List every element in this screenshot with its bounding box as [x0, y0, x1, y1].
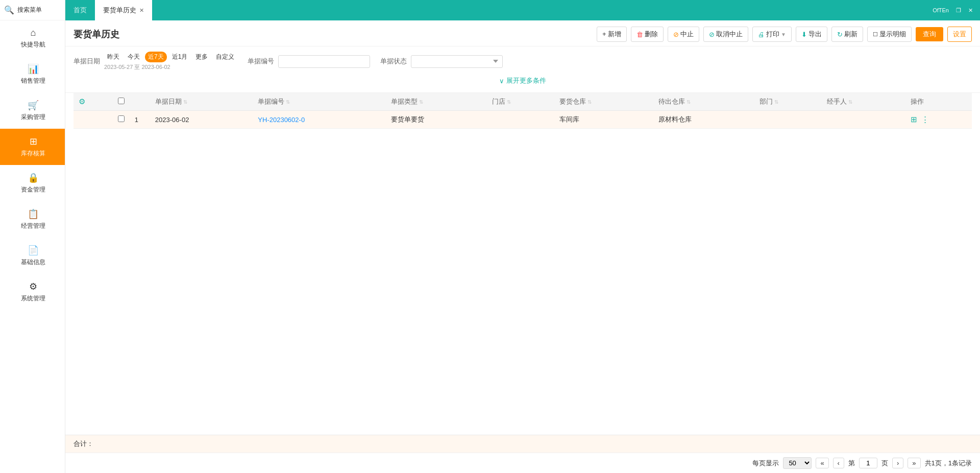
row-pendingwarehouse: 原材料仓库	[653, 111, 754, 129]
table-row: 1 2023-06-02 YH-20230602-0 要货单要货 车间库 原材料…	[74, 111, 972, 129]
col-action-header: 操作	[905, 93, 972, 111]
data-table: ⚙ 单据日期⇅ 单据编号⇅ 单据类型⇅	[74, 93, 972, 129]
sidebar-item-label: 销售管理	[21, 77, 45, 85]
view-action-icon[interactable]: ⊞	[911, 115, 917, 124]
sidebar-item-finance[interactable]: 🔒 资金管理	[0, 165, 65, 201]
status-label: 单据状态	[380, 57, 407, 66]
row-reqwarehouse: 车间库	[554, 111, 653, 129]
date-btn-more[interactable]: 更多	[192, 52, 211, 62]
inventory-icon: ⊞	[30, 136, 37, 147]
sidebar-search-label: 搜索菜单	[17, 6, 42, 14]
sidebar: 🔍 搜索菜单 ⌂ 快捷导航 📊 销售管理 🛒 采购管理 ⊞ 库存核算 🔒 资金管…	[0, 0, 65, 473]
table-area: ⚙ 单据日期⇅ 单据编号⇅ 单据类型⇅	[65, 93, 980, 435]
row-doctype: 要货单要货	[386, 111, 487, 129]
row-docno[interactable]: YH-20230602-0	[253, 111, 385, 129]
add-button[interactable]: + 新增	[597, 27, 627, 42]
col-department-header[interactable]: 部门⇅	[754, 93, 822, 111]
export-button[interactable]: ⬇ 导出	[796, 27, 827, 42]
tab-order-history[interactable]: 要货单历史 ✕	[95, 0, 152, 20]
sidebar-item-quick-nav[interactable]: ⌂ 快捷导航	[0, 20, 65, 56]
close-window-button[interactable]: ✕	[966, 6, 975, 15]
page-prefix: 第	[848, 459, 855, 468]
sidebar-item-system[interactable]: ⚙ 系统管理	[0, 274, 65, 310]
filter-second-row: ∨ 展开更多条件	[74, 74, 972, 87]
page-title: 要货单历史	[74, 28, 119, 40]
sort-department-icon: ⇅	[774, 99, 778, 105]
tab-close-icon[interactable]: ✕	[139, 7, 144, 14]
query-button[interactable]: 查询	[916, 27, 943, 41]
purchase-icon: 🛒	[28, 100, 39, 111]
tab-home-label: 首页	[74, 6, 87, 15]
status-select[interactable]	[411, 55, 503, 68]
content: 要货单历史 + 新增 🗑 删除 ⊘ 中止 ⊘ 取消中止 🖨	[65, 20, 980, 473]
tab-home[interactable]: 首页	[65, 0, 95, 20]
date-btn-yesterday[interactable]: 昨天	[104, 52, 122, 62]
date-btn-today[interactable]: 今天	[125, 52, 143, 62]
settings-button[interactable]: 设置	[947, 27, 972, 42]
refresh-button[interactable]: ↻ 刷新	[831, 27, 863, 42]
row-num: 1	[130, 111, 150, 129]
table-header-row: ⚙ 单据日期⇅ 单据编号⇅ 单据类型⇅	[74, 93, 972, 111]
sort-doctype-icon: ⇅	[419, 99, 423, 105]
chevron-down-icon: ∨	[499, 77, 504, 85]
sort-handler-icon: ⇅	[848, 99, 852, 105]
table-footer: 合计：	[65, 435, 980, 453]
col-docno-header[interactable]: 单据编号⇅	[253, 93, 385, 111]
date-shortcuts: 昨天 今天 近7天 近1月 更多 自定义	[104, 52, 237, 62]
col-handler-header[interactable]: 经手人⇅	[822, 93, 905, 111]
col-doctype-header[interactable]: 单据类型⇅	[386, 93, 487, 111]
first-page-button[interactable]: «	[816, 458, 828, 468]
row-store	[487, 111, 555, 129]
doc-number-input[interactable]	[278, 55, 370, 68]
table-settings-icon[interactable]: ⚙	[79, 97, 85, 106]
print-button[interactable]: 🖨 打印 ▼	[752, 27, 792, 42]
search-icon: 🔍	[4, 5, 14, 15]
date-range: 2023-05-27 至 2023-06-02	[104, 63, 237, 71]
date-btn-custom[interactable]: 自定义	[213, 52, 237, 62]
page-header: 要货单历史 + 新增 🗑 删除 ⊘ 中止 ⊘ 取消中止 🖨	[65, 20, 980, 46]
select-all-checkbox[interactable]	[118, 98, 125, 104]
col-date-header[interactable]: 单据日期⇅	[150, 93, 253, 111]
sort-reqwarehouse-icon: ⇅	[587, 99, 592, 105]
date-btn-7days[interactable]: 近7天	[145, 52, 167, 62]
sidebar-item-inventory[interactable]: ⊞ 库存核算	[0, 129, 65, 165]
prev-page-button[interactable]: ‹	[833, 458, 844, 468]
row-checkbox[interactable]	[113, 111, 130, 129]
page-number-input[interactable]	[859, 458, 877, 468]
col-store-header[interactable]: 门店⇅	[487, 93, 555, 111]
more-action-icon[interactable]: ⋮	[921, 115, 929, 124]
date-btn-1month[interactable]: 近1月	[169, 52, 191, 62]
restore-button[interactable]: ❐	[954, 6, 963, 15]
date-filter-group: 单据日期 昨天 今天 近7天 近1月 更多 自定义 2023-05-27 至 2…	[74, 52, 237, 71]
sidebar-search[interactable]: 🔍 搜索菜单	[0, 0, 65, 20]
sidebar-item-label: 系统管理	[21, 294, 45, 303]
often-label: OfTEn	[930, 6, 951, 14]
sidebar-item-label: 经营管理	[21, 222, 45, 230]
per-page-select[interactable]: 50 20 100	[783, 457, 812, 469]
sort-pendingwarehouse-icon: ⇅	[687, 99, 691, 105]
sales-icon: 📊	[28, 63, 39, 75]
sidebar-item-label: 采购管理	[21, 113, 45, 122]
system-icon: ⚙	[29, 281, 37, 292]
basic-icon: 📄	[28, 245, 39, 256]
col-settings-header[interactable]: ⚙	[74, 93, 113, 111]
display-detail-button[interactable]: ☐ 显示明细	[867, 27, 912, 42]
sidebar-item-operations[interactable]: 📋 经营管理	[0, 201, 65, 238]
sidebar-item-sales[interactable]: 📊 销售管理	[0, 56, 65, 92]
col-pendingwarehouse-header[interactable]: 待出仓库⇅	[653, 93, 754, 111]
tab-order-history-label: 要货单历史	[103, 6, 136, 15]
col-checkbox-header	[113, 93, 130, 111]
date-filter-label: 单据日期	[74, 57, 100, 66]
sidebar-item-purchase[interactable]: 🛒 采购管理	[0, 92, 65, 129]
status-filter-group: 单据状态	[380, 55, 503, 68]
toolbar: + 新增 🗑 删除 ⊘ 中止 ⊘ 取消中止 🖨 打印 ▼	[597, 27, 972, 42]
suspend-button[interactable]: ⊘ 中止	[668, 27, 699, 42]
expand-filter-button[interactable]: ∨ 展开更多条件	[495, 74, 550, 87]
sidebar-item-label: 基础信息	[21, 258, 45, 267]
sidebar-item-basic[interactable]: 📄 基础信息	[0, 238, 65, 274]
col-reqwarehouse-header[interactable]: 要货仓库⇅	[554, 93, 653, 111]
next-page-button[interactable]: ›	[892, 458, 903, 468]
cancel-suspend-button[interactable]: ⊘ 取消中止	[703, 27, 748, 42]
delete-button[interactable]: 🗑 删除	[631, 27, 664, 42]
last-page-button[interactable]: »	[908, 458, 920, 468]
